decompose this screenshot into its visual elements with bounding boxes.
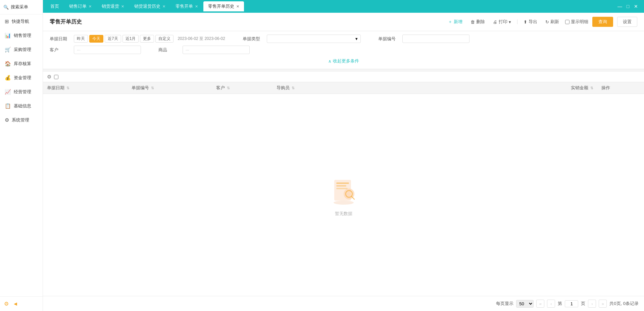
page-title: 零售开单历史 (50, 18, 82, 25)
close-button[interactable]: ✕ (633, 4, 639, 9)
goods-filter-label: 商品 (158, 47, 179, 53)
col-customer[interactable]: 客户 ⇅ (212, 82, 273, 94)
sidebar-item-finance[interactable]: 💰资金管理 (0, 71, 43, 85)
sidebar-icon-inventory: 🏠 (5, 61, 11, 67)
tab-close-sales-order[interactable]: ✕ (89, 4, 92, 9)
tab-close-sales-return-history[interactable]: ✕ (162, 4, 165, 9)
collapse-sidebar-icon[interactable]: ◄ (13, 301, 18, 307)
sidebar-item-quick-nav[interactable]: ⊞快捷导航 (0, 14, 43, 29)
tab-close-sales-return[interactable]: ✕ (121, 4, 124, 9)
tab-retail-open[interactable]: 零售开单✕ (171, 1, 203, 11)
col-date[interactable]: 单据日期 ⇅ (43, 82, 128, 94)
tab-label-sales-return: 销货退货 (102, 3, 119, 9)
col-number[interactable]: 单据编号 ⇅ (128, 82, 212, 94)
add-button[interactable]: ＋ 新增 (446, 18, 464, 26)
tab-home[interactable]: 首页 (46, 1, 64, 11)
setting-button[interactable]: 设置 (617, 17, 637, 27)
delete-button[interactable]: 🗑 删除 (468, 18, 487, 26)
tab-retail-open-history[interactable]: 零售开单历史✕ (203, 1, 244, 11)
sidebar-icon-purchase-mgmt: 🛒 (5, 47, 11, 53)
export-icon: ⬆ (524, 19, 527, 24)
refresh-icon: ↻ (545, 19, 549, 24)
sidebar-label-sales-mgmt: 销售管理 (14, 33, 31, 39)
sidebar-item-inventory[interactable]: 🏠库存核算 (0, 57, 43, 71)
customer-filter-label: 客户 (50, 47, 70, 53)
sort-guide-icon: ⇅ (292, 86, 295, 90)
sidebar: 🔍 搜索采单 ⊞快捷导航📊销售管理🛒采购管理🏠库存核算💰资金管理📈经营管理📋基础… (0, 0, 43, 311)
export-label: 导出 (529, 19, 537, 25)
sidebar-icon-basic-info: 📋 (5, 103, 11, 109)
date-btn-7days[interactable]: 近7天 (105, 35, 121, 43)
sort-amount-icon: ⇅ (590, 86, 593, 90)
sidebar-icon-finance: 💰 (5, 75, 11, 81)
sidebar-label-inventory: 库存核算 (14, 61, 31, 67)
col-amount[interactable]: 实销金额 ⇅ (513, 82, 597, 94)
export-button[interactable]: ⬆ 导出 (522, 18, 539, 26)
doc-number-label: 单据编号 (378, 36, 398, 42)
table-settings-icon[interactable]: ⚙ (47, 74, 51, 80)
sidebar-item-system[interactable]: ⚙系统管理 (0, 113, 43, 127)
sidebar-icon-sales-mgmt: 📊 (5, 33, 11, 39)
date-btn-today[interactable]: 今天 (89, 35, 103, 43)
page-label: 第 (558, 301, 562, 307)
sidebar-item-basic-info[interactable]: 📋基础信息 (0, 99, 43, 113)
sidebar-label-quick-nav: 快捷导航 (12, 18, 29, 24)
last-page-button[interactable]: » (599, 300, 607, 308)
next-page-button[interactable]: › (588, 300, 596, 308)
data-table: 单据日期 ⇅ 单据编号 ⇅ 客户 ⇅ 导购员 ⇅ 实销金额 ⇅ 操作 (43, 82, 644, 94)
sort-number-icon: ⇅ (151, 86, 154, 90)
tab-sales-return-history[interactable]: 销货退货历史✕ (130, 1, 170, 11)
maximize-button[interactable]: □ (625, 4, 631, 9)
doc-number-input[interactable] (402, 35, 469, 43)
prev-page-button[interactable]: ‹ (547, 300, 555, 308)
date-btn-custom[interactable]: 自定义 (155, 35, 174, 43)
customer-input[interactable]: ··· (74, 46, 141, 54)
tab-sales-order[interactable]: 销售订单✕ (64, 1, 96, 11)
settings-bottom-icon[interactable]: ⚙ (4, 301, 9, 307)
refresh-button[interactable]: ↻ 刷新 (543, 18, 561, 26)
page-header: 零售开单历史 ＋ 新增 🗑 删除 🖨 打印 ▾ ⬆ 导出 (43, 13, 644, 31)
query-button[interactable]: 查询 (592, 17, 613, 27)
col-guide[interactable]: 导购员 ⇅ (273, 82, 345, 94)
minimize-button[interactable]: — (617, 4, 623, 9)
svg-rect-2 (336, 183, 349, 184)
sidebar-item-operations[interactable]: 📈经营管理 (0, 85, 43, 99)
print-button[interactable]: 🖨 打印 ▾ (491, 18, 513, 26)
sidebar-label-system: 系统管理 (12, 117, 29, 123)
page-number-input[interactable] (565, 300, 578, 307)
doc-type-select[interactable]: ▾ (267, 35, 361, 43)
date-filter-buttons: 昨天 今天 近7天 近1月 更多 自定义 (74, 35, 174, 43)
sidebar-item-purchase-mgmt[interactable]: 🛒采购管理 (0, 43, 43, 57)
first-page-button[interactable]: « (536, 300, 544, 308)
svg-rect-3 (336, 185, 346, 187)
date-btn-more[interactable]: 更多 (140, 35, 154, 43)
sidebar-icon-quick-nav: ⊞ (5, 18, 9, 24)
search-icon: 🔍 (3, 5, 9, 10)
empty-state: 暂无数据 (43, 94, 644, 296)
delete-label: 删除 (476, 19, 485, 25)
date-btn-yesterday[interactable]: 昨天 (74, 35, 88, 43)
select-all-checkbox[interactable] (54, 75, 58, 79)
collapse-icon: ∧ (328, 59, 332, 64)
display-toggle[interactable]: 显示明细 (565, 19, 588, 25)
total-info: 共0页, 0条记录 (609, 301, 639, 307)
per-page-select[interactable]: 50 20 100 (516, 300, 534, 308)
tab-label-sales-return-history: 销货退货历史 (134, 3, 160, 9)
sidebar-item-sales-mgmt[interactable]: 📊销售管理 (0, 29, 43, 43)
delete-icon: 🗑 (470, 19, 475, 24)
collapse-button[interactable]: ∧ 收起更多条件 (50, 57, 637, 65)
doc-type-label: 单据类型 (243, 36, 263, 42)
sidebar-search[interactable]: 🔍 搜索采单 (0, 0, 43, 14)
date-range-display: 2023-06-02 至 2023-06-02 (178, 36, 225, 42)
sidebar-icon-operations: 📈 (5, 89, 11, 95)
tab-label-home: 首页 (50, 3, 59, 9)
date-btn-1month[interactable]: 近1月 (122, 35, 139, 43)
tab-sales-return[interactable]: 销货退货✕ (97, 1, 129, 11)
tab-close-retail-open[interactable]: ✕ (195, 4, 198, 9)
sidebar-label-operations: 经营管理 (14, 89, 31, 95)
tab-close-retail-open-history[interactable]: ✕ (236, 4, 239, 9)
page-suffix: 页 (581, 301, 585, 307)
display-toggle-checkbox[interactable] (565, 20, 569, 24)
goods-input[interactable]: ··· (183, 46, 250, 54)
per-page-label: 每页显示 (496, 301, 513, 307)
